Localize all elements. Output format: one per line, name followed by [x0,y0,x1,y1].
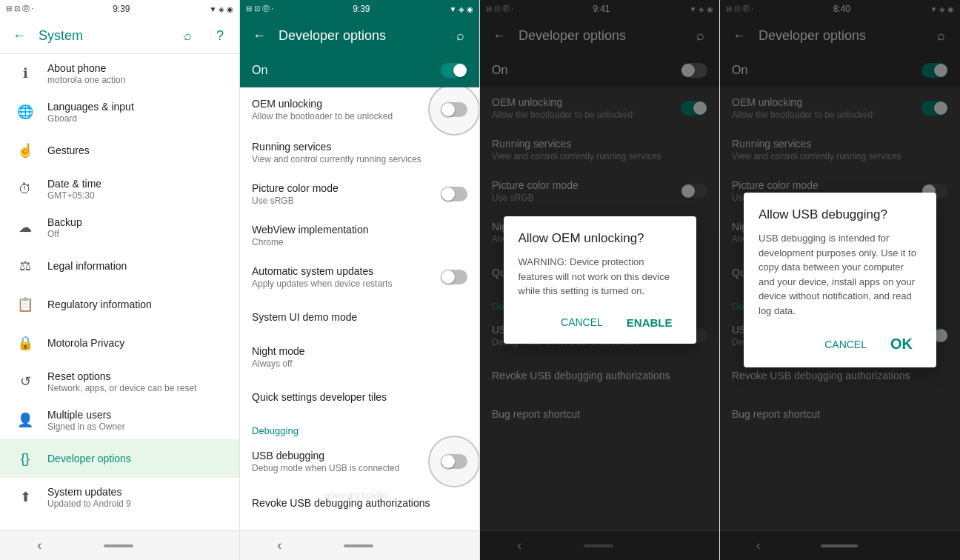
updates-icon: ⬆ [12,484,39,510]
toolbar-title-dev-2: Developer options [279,28,441,44]
menu-item-developer[interactable]: {} Developer options [0,439,239,478]
usb-title-2: USB debugging [252,450,441,461]
menu-title-multiuser: Multiple users [47,409,125,421]
usb-dialog-overlay: Allow USB debugging? USB debugging is in… [720,0,960,560]
on-label-2: On [252,64,267,77]
menu-text-datetime: Date & time GMT+05:30 [47,178,101,201]
menu-text-about: About phone motorola one action [47,62,125,85]
menu-title-backup: Backup [47,216,82,228]
menu-title-languages: Languages & input [47,101,134,113]
panel-system: ⊟ ⊡ ⓟ · 9:39 ▼ ◈ ◉ ← System ⌕ ? ℹ About … [0,0,240,560]
panel-developer-oem-dialog: ⊟ ⊡ ⓟ · 9:41 ▼ ◈ ◉ ← Developer options ⌕… [480,0,720,560]
menu-subtitle-multiuser: Signed in as Owner [47,421,125,432]
languages-icon: 🌐 [12,99,39,125]
color-subtitle-2: Use sRGB [252,196,441,206]
usb-toggle-container-2 [441,448,467,475]
webview-subtitle-2: Chrome [252,237,467,247]
nav-back-2[interactable]: ‹ [265,535,293,556]
menu-item-regulatory[interactable]: 📋 Regulatory information [0,285,239,324]
oem-toggle-container [441,96,467,123]
help-button-system[interactable]: ? [207,22,233,49]
menu-item-updates[interactable]: ⬆ System updates Updated to Android 9 [0,478,239,516]
menu-text-languages: Languages & input Gboard [47,101,134,124]
on-toggle-2[interactable] [441,63,467,78]
autoupdate-toggle-2[interactable] [441,270,467,284]
running-title-2: Running services [252,141,467,153]
nav-indicator-2 [344,544,373,547]
menu-item-languages[interactable]: 🌐 Languages & input Gboard [0,93,239,131]
menu-text-backup: Backup Off [47,216,82,239]
oem-cancel-button[interactable]: Cancel [552,310,612,335]
oem-dialog-title: Allow OEM unlocking? [519,231,681,246]
toolbar-title-system: System [39,28,168,44]
menu-item-backup[interactable]: ☁ Backup Off [0,208,239,247]
status-time-1: 9:39 [113,4,130,14]
developer-icon: {} [12,445,39,472]
menu-title-privacy: Motorola Privacy [47,337,124,349]
menu-item-reset[interactable]: ↺ Reset options Network, apps, or device… [0,362,239,401]
color-toggle-2[interactable] [441,187,467,201]
system-menu-list: ℹ About phone motorola one action 🌐 Lang… [0,54,239,530]
menu-text-multiuser: Multiple users Signed in as Owner [47,409,125,432]
menu-item-about[interactable]: ℹ About phone motorola one action [0,54,239,93]
color-title-2: Picture color mode [252,182,441,194]
usb-ok-button[interactable]: OK [881,330,921,359]
settings-item-usb-2[interactable]: USB debugging Debug mode when USB is con… [240,439,479,484]
settings-item-revoke-2[interactable]: Revoke USB debugging authorizations [240,484,479,522]
autoupdate-title-2: Automatic system updates [252,265,441,277]
status-icons-right-1: ▼ ◈ ◉ [210,5,233,13]
menu-item-datetime[interactable]: ⏱ Date & time GMT+05:30 [0,170,239,208]
legal-icon: ⚖ [12,253,39,279]
settings-item-color-2[interactable]: Picture color mode Use sRGB [240,173,479,215]
status-icons-right-2: ▼ ◈ ◉ [450,5,473,13]
back-button-dev-2[interactable]: ← [246,22,273,49]
menu-title-developer: Developer options [47,453,131,464]
revoke-text-2: Revoke USB debugging authorizations [252,497,467,509]
oem-dialog-message: WARNING: Device protection features will… [519,255,681,299]
oem-subtitle-2: Allow the bootloader to be unlocked [252,111,441,121]
menu-subtitle-about: motorola one action [47,75,125,85]
on-bar-2: On [240,53,479,87]
usb-toggle-2[interactable] [441,454,467,469]
search-button-dev-2[interactable]: ⌕ [447,22,473,49]
settings-item-running-2[interactable]: Running services View and control curren… [240,132,479,173]
menu-item-multiuser[interactable]: 👤 Multiple users Signed in as Owner [0,401,239,439]
night-text-2: Night mode Always off [252,345,467,369]
datetime-icon: ⏱ [12,176,39,202]
oem-toggle-2[interactable] [441,102,467,117]
settings-item-night-2[interactable]: Night mode Always off [240,336,479,378]
night-subtitle-2: Always off [252,359,467,369]
menu-subtitle-backup: Off [47,229,82,239]
menu-item-legal[interactable]: ⚖ Legal information [0,247,239,285]
menu-title-updates: System updates [47,486,131,498]
menu-text-legal: Legal information [47,260,127,272]
usb-dialog: Allow USB debugging? USB debugging is in… [744,193,936,367]
toolbar-dev-2: ← Developer options ⌕ [240,18,479,53]
back-button-system[interactable]: ← [6,22,33,49]
color-text-2: Picture color mode Use sRGB [252,182,441,206]
menu-title-datetime: Date & time [47,178,101,190]
status-time-2: 9:39 [353,4,370,14]
menu-title-about: About phone [47,62,125,74]
settings-item-qstiles-2[interactable]: Quick settings developer tiles [240,378,479,416]
reset-icon: ↺ [12,368,39,395]
settings-item-oem-2[interactable]: OEM unlocking Allow the bootloader to be… [240,87,479,132]
settings-item-webview-2[interactable]: WebView implementation Chrome [240,215,479,256]
menu-item-privacy[interactable]: 🔒 Motorola Privacy [0,324,239,362]
status-icons-left-2: ⊟ ⊡ ⓟ · [246,4,273,14]
bottom-nav-1: ‹ [0,530,239,560]
about-icon: ℹ [12,60,39,87]
menu-title-regulatory: Regulatory information [47,299,152,310]
settings-item-bugreport-2[interactable]: Bug report shortcut [240,522,479,530]
oem-enable-button[interactable]: Enable [618,310,681,335]
nav-back-1[interactable]: ‹ [25,535,53,556]
menu-text-privacy: Motorola Privacy [47,337,124,349]
autoupdate-subtitle-2: Apply updates when device restarts [252,279,441,289]
status-bar-1: ⊟ ⊡ ⓟ · 9:39 ▼ ◈ ◉ [0,0,239,18]
settings-item-autoupdate-2[interactable]: Automatic system updates Apply updates w… [240,256,479,298]
menu-item-gestures[interactable]: ☝ Gestures [0,131,239,170]
search-button-system[interactable]: ⌕ [174,22,201,49]
usb-cancel-button[interactable]: Cancel [816,330,876,359]
settings-item-demo-2[interactable]: System UI demo mode [240,298,479,336]
debugging-header-2: Debugging [240,416,479,439]
